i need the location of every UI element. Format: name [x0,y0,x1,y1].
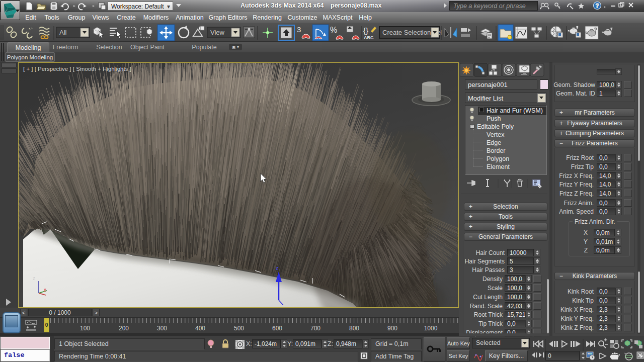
svg-text:100: 100 [80,325,90,332]
svg-text:400: 400 [195,325,205,332]
svg-text:x: x [44,287,46,293]
svg-text:700: 700 [310,325,320,332]
svg-text:600: 600 [272,325,282,332]
svg-text:{}: {} [363,26,368,35]
svg-text:?: ? [596,3,599,9]
svg-text:z: z [33,276,35,281]
svg-text:800: 800 [349,325,359,332]
svg-text:3: 3 [297,25,301,34]
svg-text:All: All [59,29,67,36]
svg-text:1000: 1000 [424,325,438,332]
svg-text:300: 300 [157,325,167,332]
svg-text:ABC: ABC [364,35,374,40]
svg-text:View: View [210,29,225,36]
svg-text:200: 200 [119,325,129,332]
svg-text:%: % [330,26,337,34]
svg-text:z: z [276,265,279,271]
svg-text:900: 900 [387,325,397,332]
svg-text:500: 500 [234,325,244,332]
